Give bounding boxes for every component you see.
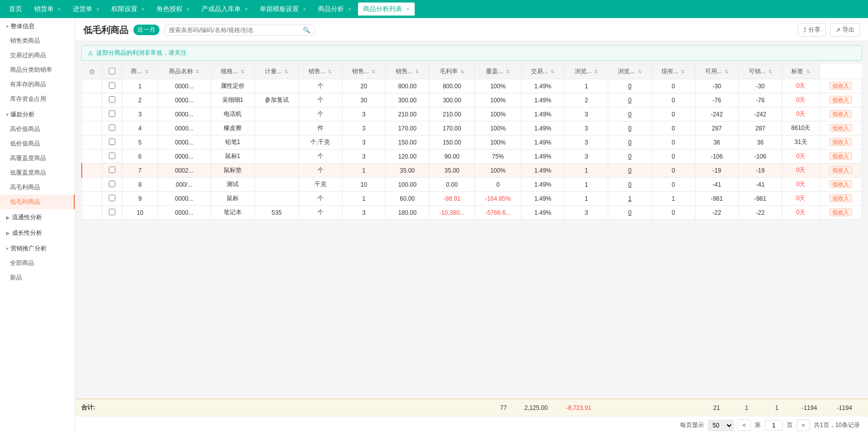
row-checkbox[interactable] bbox=[102, 164, 122, 178]
nav-template[interactable]: 单据模板设置 × bbox=[255, 3, 311, 16]
row-checkbox[interactable] bbox=[102, 79, 122, 93]
row-view1[interactable]: 0 bbox=[608, 79, 652, 93]
row-select-checkbox[interactable] bbox=[109, 167, 115, 173]
nav-purchase[interactable]: 进货单 × bbox=[68, 3, 104, 16]
sidebar-item-high-value[interactable]: 高价值商品 bbox=[0, 122, 75, 136]
row-view1[interactable]: 0 bbox=[608, 107, 652, 121]
row-checkbox[interactable] bbox=[102, 192, 122, 206]
row-select-checkbox[interactable] bbox=[109, 124, 115, 131]
sidebar-item-high-margin[interactable]: 高毛利商品 bbox=[0, 180, 75, 195]
nav-permissions[interactable]: 权限设置 × bbox=[106, 3, 149, 16]
row-checkbox[interactable] bbox=[102, 150, 122, 164]
search-box[interactable]: 🔍 bbox=[164, 25, 315, 36]
close-icon[interactable]: × bbox=[348, 6, 351, 12]
th-spec[interactable]: 规格... ⇅ bbox=[211, 64, 255, 79]
row-select-checkbox[interactable] bbox=[109, 195, 115, 201]
search-input[interactable] bbox=[169, 27, 303, 34]
sidebar-group-flow[interactable]: ▶ 流通性分析 bbox=[0, 209, 75, 225]
filter-tag-recent[interactable]: 近一月 bbox=[133, 25, 159, 35]
th-sales1[interactable]: 销售... ⇅ bbox=[298, 64, 342, 79]
sidebar-group-growth[interactable]: ▶ 成长性分析 bbox=[0, 225, 75, 240]
sidebar-item-category-rate[interactable]: 商品分类助销率 bbox=[0, 63, 75, 77]
row-checkbox[interactable] bbox=[102, 206, 122, 220]
notice-bar: ⚠ 这部分商品的利润非常低，请关注 bbox=[81, 45, 862, 61]
row-checkbox[interactable] bbox=[102, 121, 122, 135]
nav-sales[interactable]: 销货单 × bbox=[29, 3, 66, 16]
share-button[interactable]: ⤴ 分享 bbox=[798, 23, 826, 37]
sidebar-group-overall[interactable]: ▾ 整体信息 bbox=[0, 18, 75, 34]
sidebar-item-new-goods[interactable]: 新品 bbox=[0, 270, 75, 285]
close-icon[interactable]: × bbox=[406, 6, 409, 12]
row-checkbox[interactable] bbox=[102, 178, 122, 192]
close-icon[interactable]: × bbox=[187, 6, 190, 12]
row-view1[interactable]: 1 bbox=[608, 192, 652, 206]
row-checkbox[interactable] bbox=[102, 93, 122, 107]
row-select-checkbox[interactable] bbox=[109, 153, 115, 159]
sidebar-item-stock-capital[interactable]: 库存资金占用 bbox=[0, 92, 75, 106]
row-select-checkbox[interactable] bbox=[109, 110, 115, 117]
th-margin-rate[interactable]: 毛利率 ⇅ bbox=[429, 64, 475, 79]
th-checkbox[interactable] bbox=[102, 64, 122, 79]
nav-product-analysis-list[interactable]: 商品分析列表 × bbox=[358, 3, 414, 16]
th-current-stock[interactable]: 现有... ⇅ bbox=[651, 64, 695, 79]
th-available[interactable]: 可用... ⇅ bbox=[695, 64, 739, 79]
sidebar-item-low-coverage[interactable]: 低覆盖度商品 bbox=[0, 166, 75, 180]
row-select-checkbox[interactable] bbox=[109, 82, 115, 89]
row-view1[interactable]: 0 bbox=[608, 93, 652, 107]
row-no: 5 bbox=[122, 135, 158, 150]
sidebar-item-low-value[interactable]: 低价值商品 bbox=[0, 136, 75, 151]
th-sales2[interactable]: 销售... ⇅ bbox=[342, 64, 386, 79]
sidebar-item-high-coverage[interactable]: 高覆盖度商品 bbox=[0, 151, 75, 166]
close-icon[interactable]: × bbox=[141, 6, 144, 12]
row-select-checkbox[interactable] bbox=[109, 209, 115, 215]
row-view1[interactable]: 0 bbox=[608, 178, 652, 192]
sidebar-group-hot[interactable]: ▾ 爆款分析 bbox=[0, 106, 75, 122]
prev-page-button[interactable]: ＜ bbox=[738, 419, 751, 431]
sidebar-item-sales-goods[interactable]: 销售类商品 bbox=[0, 34, 75, 48]
nav-product-in[interactable]: 产成品入库单 × bbox=[197, 3, 253, 16]
sidebar-group-marketing[interactable]: ▾ 营销推广分析 bbox=[0, 240, 75, 256]
row-view1[interactable]: 0 bbox=[608, 206, 652, 220]
row-no: 3 bbox=[122, 107, 158, 121]
th-view1[interactable]: 浏览... ⇅ bbox=[565, 64, 608, 79]
th-unit[interactable]: 计量... ⇅ bbox=[255, 64, 299, 79]
close-icon[interactable]: × bbox=[58, 6, 61, 12]
select-all-checkbox[interactable] bbox=[109, 68, 115, 74]
close-icon[interactable]: × bbox=[303, 6, 306, 12]
sidebar-item-low-margin[interactable]: 低毛利商品 bbox=[0, 195, 75, 209]
page-input[interactable] bbox=[765, 420, 783, 430]
sidebar-item-traded-goods[interactable]: 交易过的商品 bbox=[0, 48, 75, 63]
row-checkbox[interactable] bbox=[102, 107, 122, 121]
row-view1[interactable]: 0 bbox=[608, 121, 652, 135]
sidebar-item-all-goods[interactable]: 全部商品 bbox=[0, 256, 75, 270]
row-select-checkbox[interactable] bbox=[109, 181, 115, 187]
sidebar-item-stock-goods[interactable]: 有库存的商品 bbox=[0, 77, 75, 92]
row-name: 鼠标 bbox=[211, 192, 255, 206]
close-icon[interactable]: × bbox=[245, 6, 248, 12]
row-view1[interactable]: 0 bbox=[608, 135, 652, 150]
row-select-checkbox[interactable] bbox=[109, 138, 115, 145]
th-sales3[interactable]: 销售... ⇅ bbox=[386, 64, 429, 79]
th-view2[interactable]: 浏览... ⇅ bbox=[608, 64, 652, 79]
export-button[interactable]: ↗ 导出 bbox=[830, 23, 860, 37]
th-trade[interactable]: 交易... ⇅ bbox=[521, 64, 565, 79]
nav-product-analysis[interactable]: 商品分析 × bbox=[313, 3, 356, 16]
th-code[interactable]: 商... ⇅ bbox=[122, 64, 158, 79]
row-select-checkbox[interactable] bbox=[109, 96, 115, 103]
close-icon[interactable]: × bbox=[96, 6, 99, 12]
page-size-select[interactable]: 50 100 bbox=[708, 420, 734, 431]
row-spec bbox=[255, 135, 299, 150]
th-settings[interactable]: ⚙ bbox=[82, 64, 102, 79]
nav-home[interactable]: 首页 bbox=[4, 3, 27, 16]
th-tag[interactable]: 标签 ⇅ bbox=[782, 64, 820, 79]
th-name[interactable]: 商品名称 ⇅ bbox=[157, 64, 211, 79]
th-coverage[interactable]: 覆盖... ⇅ bbox=[475, 64, 521, 79]
row-checkbox[interactable] bbox=[102, 135, 122, 150]
row-spec: 535 bbox=[255, 206, 299, 220]
row-view1[interactable]: 0 bbox=[608, 164, 652, 178]
next-page-button[interactable]: ＞ bbox=[797, 419, 810, 431]
row-view1[interactable]: 0 bbox=[608, 150, 652, 164]
search-icon[interactable]: 🔍 bbox=[303, 27, 310, 34]
th-saleable[interactable]: 可销... ⇅ bbox=[739, 64, 782, 79]
nav-roles[interactable]: 角色授权 × bbox=[151, 3, 195, 16]
